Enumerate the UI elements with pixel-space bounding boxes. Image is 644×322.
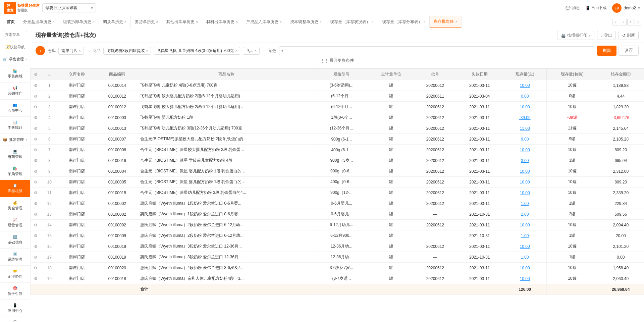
close-tab-11[interactable]: × — [455, 20, 457, 23]
tab-product-in-history[interactable]: 产成品入库单历史 × — [242, 16, 286, 28]
sidebar-item-retail-stats[interactable]: 📊 零售统计 — [0, 117, 30, 134]
setting-button[interactable]: 设置 — [619, 46, 639, 56]
td-stock-main-1[interactable]: 0.00 — [503, 91, 547, 102]
row-gear-icon[interactable]: ⚙ — [33, 137, 39, 142]
goods-more[interactable]: ... — [262, 48, 266, 53]
td-stock-main-17[interactable]: 10.00 — [503, 263, 547, 273]
row-gear-icon[interactable]: ⚙ — [33, 126, 39, 131]
tab-cost-adjust-history[interactable]: 成本调整单历史 × — [286, 16, 326, 28]
tab-stock-dist[interactable]: 现存量（库存分布表） × — [378, 16, 430, 28]
remove-goods-tag-0[interactable]: × — [146, 49, 148, 53]
tab-other-out-history[interactable]: 其他出库单历史 × — [162, 16, 202, 28]
tab-disassemble-history[interactable]: 组装拆卸单历史 × — [59, 16, 99, 28]
tab-transfer-history[interactable]: 调拨单历史 × — [99, 16, 131, 28]
td-stock-main-18[interactable]: 10.00 — [503, 273, 547, 284]
sidebar-item-basic[interactable]: ℹ️ 基础信息 — [0, 231, 30, 249]
row-gear-icon[interactable]: ⚙ — [33, 105, 39, 109]
sidebar-item-guide[interactable]: 🎯 新手引导 — [0, 283, 30, 300]
close-tab-4[interactable]: × — [156, 20, 158, 24]
tab-split-history[interactable]: 分量盘点单历史 × — [19, 16, 59, 28]
td-stock-main-6[interactable]: 10.00 — [503, 145, 547, 155]
app-download-btn[interactable]: 📱 App下载 — [585, 5, 607, 11]
row-gear-icon[interactable]: ⚙ — [33, 276, 39, 281]
row-gear-icon[interactable]: ⚙ — [33, 255, 39, 260]
td-stock-main-2[interactable]: 10.00 — [503, 102, 547, 112]
sidebar-item-finance[interactable]: 💰 资金管理 — [0, 197, 30, 214]
row-gear-icon[interactable]: ⚙ — [33, 94, 39, 99]
sidebar-item-system[interactable]: ⚙️ 系统管理 — [0, 249, 30, 266]
row-gear-icon[interactable]: ⚙ — [33, 244, 39, 249]
row-gear-icon[interactable]: ⚙ — [33, 115, 39, 120]
tab-material-out-history[interactable]: 材料出库单历史 × — [202, 16, 242, 28]
row-gear-icon[interactable]: ⚙ — [33, 169, 39, 174]
print-template-btn[interactable]: 🖨️ 按模板打印 ▾ — [557, 31, 594, 40]
td-stock-main-13[interactable]: 10.00 — [503, 220, 547, 230]
sidebar-item-ecommerce[interactable]: 💻 电商管理 — [0, 146, 30, 163]
row-gear-icon[interactable]: ⚙ — [33, 83, 39, 88]
message-btn[interactable]: 💬 消息 — [566, 5, 580, 11]
expand-more-btn[interactable]: ⋮⋮ 展开更多条件 — [320, 58, 354, 63]
td-stock-main-8[interactable]: 10.00 — [503, 166, 547, 177]
close-tab-9[interactable]: × — [372, 20, 374, 24]
sidebar-item-member[interactable]: 👥 会员中心 — [0, 100, 30, 117]
tab-stock-status[interactable]: 现存量（库存状况表） × — [326, 16, 378, 28]
row-gear-icon[interactable]: ⚙ — [33, 233, 39, 238]
sidebar-item-app-center[interactable]: 📱 应用中心 — [0, 300, 30, 317]
sidebar-item-wholesale[interactable]: 📦 批发管理 ▾ — [0, 134, 30, 146]
tab-more-btn[interactable]: ⊡ — [635, 19, 641, 25]
remove-goods-tag-1[interactable]: × — [235, 49, 237, 53]
tab-close-btn[interactable]: × — [627, 19, 634, 25]
tab-prev-btn[interactable]: ‹ — [612, 19, 619, 25]
remove-warehouse-tag[interactable]: × — [79, 49, 81, 53]
td-stock-main-12[interactable]: 2.00 — [503, 209, 547, 220]
color-input[interactable]: ▾ — [279, 46, 594, 55]
tab-home[interactable]: 首页 — [3, 16, 19, 28]
close-tab-5[interactable]: × — [196, 20, 198, 24]
warehouse-more[interactable]: ... — [87, 48, 90, 53]
sidebar-item-inventory[interactable]: 📋 库存核算 — [0, 180, 30, 197]
sidebar-nav-quick[interactable]: 🧭 快捷导航 — [0, 43, 30, 52]
close-tab-2[interactable]: × — [93, 20, 95, 24]
td-stock-main-4[interactable]: 11.00 — [503, 123, 547, 134]
sidebar-item-retail-mall[interactable]: 🏪 零售商城 — [0, 65, 30, 83]
td-stock-main-0[interactable]: 10.00 — [503, 80, 547, 91]
sidebar-item-marketing[interactable]: 📢 营销推广 — [0, 83, 30, 100]
refresh-btn[interactable]: ↺ 刷新 — [619, 31, 639, 40]
td-stock-main-16[interactable]: 1.00 — [503, 252, 547, 263]
remove-goods-tag-2[interactable]: × — [255, 49, 257, 53]
sidebar-item-enterprise-wechat[interactable]: 💬 企业微信 — [0, 317, 30, 322]
tab-batch-voucher[interactable]: 库存批次账 × — [430, 16, 462, 28]
td-stock-main-15[interactable]: 10.00 — [503, 241, 547, 252]
td-stock-main-7[interactable]: 3.00 — [503, 155, 547, 166]
td-stock-main-9[interactable]: 10.00 — [503, 177, 547, 187]
row-gear-icon[interactable]: ⚙ — [33, 201, 39, 206]
row-gear-icon[interactable]: ⚙ — [33, 148, 39, 152]
td-stock-main-11[interactable]: 1.00 — [503, 198, 547, 209]
td-stock-main-3[interactable]: -39.00 — [503, 112, 547, 123]
filter-expand-btn[interactable]: › — [36, 46, 45, 55]
close-tab-10[interactable]: × — [424, 20, 426, 24]
row-gear-icon[interactable]: ⚙ — [33, 223, 39, 227]
td-stock-main-5[interactable]: 9.00 — [503, 134, 547, 145]
account-selector[interactable]: 母婴行业演示账套 ▾ — [42, 3, 96, 12]
sidebar-item-retail[interactable]: 🛒 零售管理 ▾ — [0, 53, 30, 65]
row-gear-icon[interactable]: ⚙ — [33, 191, 39, 195]
user-area[interactable]: Ea demo2 ▾ — [612, 3, 640, 13]
close-tab-8[interactable]: × — [320, 20, 322, 24]
sidebar-item-purchase[interactable]: 🛍️ 采购管理 — [0, 163, 30, 180]
tab-next-btn[interactable]: › — [620, 19, 627, 25]
search-input[interactable] — [3, 31, 27, 38]
td-stock-main-14[interactable]: 1.00 — [503, 230, 547, 241]
row-gear-icon[interactable]: ⚙ — [33, 180, 39, 184]
query-button[interactable]: 刷新 — [597, 46, 616, 56]
close-tab-7[interactable]: × — [280, 20, 282, 24]
sidebar-item-operations[interactable]: 📈 经营管理 — [0, 214, 30, 231]
close-tab-1[interactable]: × — [53, 20, 55, 24]
export-btn[interactable]: ↓ 导出 — [597, 31, 616, 40]
close-tab-6[interactable]: × — [236, 20, 238, 24]
td-stock-main-10[interactable]: 10.00 — [503, 187, 547, 198]
row-gear-icon[interactable]: ⚙ — [33, 158, 39, 163]
tab-request-history[interactable]: 要货单历史 × — [131, 16, 163, 28]
sidebar-item-enterprise[interactable]: 🤝 企业协同 — [0, 266, 30, 283]
close-tab-3[interactable]: × — [124, 20, 126, 24]
